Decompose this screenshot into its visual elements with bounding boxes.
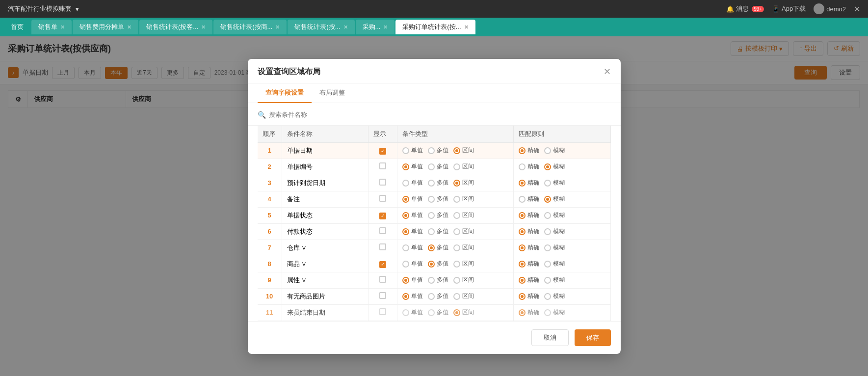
- radio-type-多值[interactable]: 多值: [428, 260, 448, 268]
- row-show-checkbox[interactable]: [368, 207, 397, 223]
- radio-match-模糊[interactable]: 模糊: [544, 162, 565, 171]
- radio-type-单值[interactable]: 单值: [402, 227, 423, 236]
- radio-match-精确[interactable]: 精确: [519, 211, 539, 219]
- nav-tab-sales-cost[interactable]: 销售费用分摊单 ✕: [73, 20, 138, 34]
- radio-type-区间[interactable]: 区间: [453, 162, 474, 171]
- radio-type-多值[interactable]: 多值: [428, 179, 448, 187]
- radio-match-模糊[interactable]: 模糊: [544, 146, 565, 155]
- modal-tab-layout[interactable]: 布局调整: [312, 83, 353, 103]
- checkbox[interactable]: [379, 195, 386, 202]
- modal-tab-query-fields[interactable]: 查询字段设置: [258, 83, 312, 103]
- radio-type-区间[interactable]: 区间: [453, 195, 474, 203]
- radio-match-精确[interactable]: 精确: [519, 243, 539, 252]
- app-dropdown-icon[interactable]: ▾: [76, 5, 79, 13]
- row-show-checkbox[interactable]: [368, 304, 397, 321]
- save-button[interactable]: 保存: [575, 329, 611, 346]
- radio-type-区间[interactable]: 区间: [453, 292, 474, 300]
- notification-area[interactable]: 🔔 消息 99+: [726, 4, 764, 13]
- nav-tab-sales-stat1[interactable]: 销售统计表(按客... ✕: [139, 20, 212, 34]
- row-show-checkbox[interactable]: [368, 240, 397, 256]
- nav-tab-purchase2-close[interactable]: ✕: [464, 24, 469, 30]
- checkbox[interactable]: [379, 261, 386, 268]
- checkbox[interactable]: [379, 308, 386, 315]
- nav-tab-sales-stat2-close[interactable]: ✕: [275, 24, 280, 30]
- radio-match-精确[interactable]: 精确: [519, 260, 539, 268]
- checkbox[interactable]: [379, 179, 386, 186]
- radio-type-区间[interactable]: 区间: [453, 260, 474, 268]
- row-show-checkbox[interactable]: [368, 191, 397, 207]
- checkbox[interactable]: [379, 243, 386, 250]
- radio-type-单值[interactable]: 单值: [402, 146, 423, 155]
- modal-close-button[interactable]: ✕: [604, 67, 611, 76]
- radio-match-精确[interactable]: 精确: [519, 162, 539, 171]
- radio-type-多值[interactable]: 多值: [428, 162, 448, 171]
- radio-match-精确[interactable]: 精确: [519, 308, 539, 317]
- radio-type-区间[interactable]: 区间: [453, 211, 474, 219]
- radio-type-多值[interactable]: 多值: [428, 211, 448, 219]
- radio-match-精确[interactable]: 精确: [519, 292, 539, 300]
- radio-type-多值[interactable]: 多值: [428, 292, 448, 300]
- radio-type-多值[interactable]: 多值: [428, 146, 448, 155]
- cancel-button[interactable]: 取消: [531, 329, 569, 346]
- radio-type-单值[interactable]: 单值: [402, 308, 423, 317]
- radio-type-单值[interactable]: 单值: [402, 195, 423, 203]
- search-input[interactable]: [269, 111, 356, 118]
- row-show-checkbox[interactable]: [368, 142, 397, 159]
- radio-match-模糊[interactable]: 模糊: [544, 292, 565, 300]
- radio-type-单值[interactable]: 单值: [402, 243, 423, 252]
- radio-match-精确[interactable]: 精确: [519, 146, 539, 155]
- checkbox[interactable]: [379, 148, 386, 155]
- radio-type-多值[interactable]: 多值: [428, 308, 448, 317]
- radio-type-单值[interactable]: 单值: [402, 292, 423, 300]
- radio-match-模糊[interactable]: 模糊: [544, 179, 565, 187]
- radio-type-单值[interactable]: 单值: [402, 179, 423, 187]
- radio-type-区间[interactable]: 区间: [453, 243, 474, 252]
- nav-tab-sales-stat1-close[interactable]: ✕: [201, 24, 206, 30]
- radio-type-多值[interactable]: 多值: [428, 195, 448, 203]
- nav-tab-sales[interactable]: 销售单 ✕: [31, 20, 72, 34]
- radio-match-精确[interactable]: 精确: [519, 227, 539, 236]
- radio-type-多值[interactable]: 多值: [428, 227, 448, 236]
- radio-type-多值[interactable]: 多值: [428, 276, 448, 284]
- radio-match-模糊[interactable]: 模糊: [544, 243, 565, 252]
- nav-tab-purchase1[interactable]: 采购... ✕: [356, 20, 395, 34]
- row-show-checkbox[interactable]: [368, 288, 397, 304]
- radio-type-区间[interactable]: 区间: [453, 179, 474, 187]
- nav-tab-sales-cost-close[interactable]: ✕: [127, 24, 132, 30]
- nav-tab-sales-stat2[interactable]: 销售统计表(按商... ✕: [213, 20, 287, 34]
- radio-match-精确[interactable]: 精确: [519, 179, 539, 187]
- user-area[interactable]: demo2: [814, 3, 846, 14]
- radio-match-精确[interactable]: 精确: [519, 276, 539, 284]
- checkbox[interactable]: [379, 162, 386, 169]
- radio-type-多值[interactable]: 多值: [428, 243, 448, 252]
- checkbox[interactable]: [379, 292, 386, 299]
- radio-match-模糊[interactable]: 模糊: [544, 308, 565, 317]
- nav-tab-home[interactable]: 首页: [4, 20, 30, 34]
- radio-match-模糊[interactable]: 模糊: [544, 227, 565, 236]
- radio-type-区间[interactable]: 区间: [453, 227, 474, 236]
- radio-match-模糊[interactable]: 模糊: [544, 195, 565, 203]
- row-show-checkbox[interactable]: [368, 272, 397, 288]
- radio-type-单值[interactable]: 单值: [402, 162, 423, 171]
- radio-type-区间[interactable]: 区间: [453, 146, 474, 155]
- radio-type-单值[interactable]: 单值: [402, 276, 423, 284]
- nav-tab-sales-stat3[interactable]: 销售统计表(按... ✕: [288, 20, 354, 34]
- row-show-checkbox[interactable]: [368, 223, 397, 240]
- radio-type-区间[interactable]: 区间: [453, 308, 474, 317]
- radio-type-区间[interactable]: 区间: [453, 276, 474, 284]
- nav-tab-purchase1-close[interactable]: ✕: [383, 24, 388, 30]
- row-show-checkbox[interactable]: [368, 159, 397, 175]
- row-show-checkbox[interactable]: [368, 175, 397, 191]
- row-show-checkbox[interactable]: [368, 256, 397, 272]
- topbar-close-button[interactable]: ✕: [854, 4, 860, 14]
- nav-tab-sales-stat3-close[interactable]: ✕: [343, 24, 348, 30]
- nav-tab-purchase2[interactable]: 采购订单统计表(按... ✕: [395, 20, 475, 34]
- radio-type-单值[interactable]: 单值: [402, 211, 423, 219]
- radio-match-精确[interactable]: 精确: [519, 195, 539, 203]
- checkbox[interactable]: [379, 276, 386, 283]
- radio-type-单值[interactable]: 单值: [402, 260, 423, 268]
- download-area[interactable]: 📱 App下载: [772, 4, 806, 13]
- checkbox[interactable]: [379, 227, 386, 234]
- radio-match-模糊[interactable]: 模糊: [544, 211, 565, 219]
- radio-match-模糊[interactable]: 模糊: [544, 276, 565, 284]
